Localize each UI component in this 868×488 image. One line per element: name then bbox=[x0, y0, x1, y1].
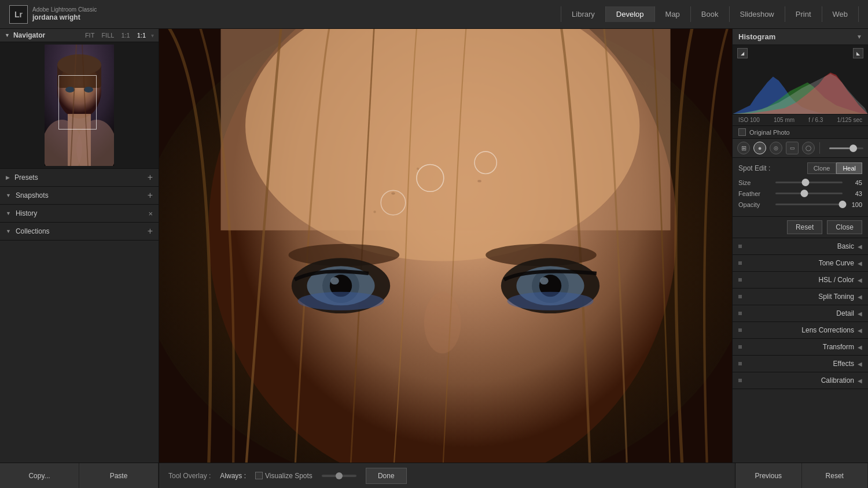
heal-button[interactable]: Heal bbox=[836, 162, 862, 174]
done-button[interactable]: Done bbox=[366, 468, 407, 484]
calibration-section[interactable]: Calibration ◀ bbox=[733, 372, 868, 389]
opacity-thumb[interactable] bbox=[839, 201, 847, 208]
zoom-1-1-active[interactable]: 1:1 bbox=[137, 32, 146, 39]
visualize-spots-label: Visualize Spots bbox=[265, 472, 312, 480]
always-value[interactable]: Always : bbox=[220, 472, 246, 480]
zoom-fill[interactable]: FILL bbox=[101, 32, 114, 39]
redeye-tool-icon[interactable]: ◎ bbox=[770, 142, 782, 154]
reset-button[interactable]: Reset bbox=[802, 463, 869, 488]
basic-section[interactable]: Basic ◀ bbox=[733, 238, 868, 255]
size-slider[interactable] bbox=[775, 179, 843, 187]
histogram-shadow-btn[interactable]: ◢ bbox=[737, 48, 748, 58]
zoom-fit[interactable]: FIT bbox=[85, 32, 95, 39]
zoom-1-1[interactable]: 1:1 bbox=[121, 32, 130, 39]
effects-section[interactable]: Effects ◀ bbox=[733, 356, 868, 372]
spot-reset-button[interactable]: Reset bbox=[787, 220, 822, 234]
nav-library[interactable]: Library bbox=[561, 6, 606, 22]
histogram-header[interactable]: Histogram ▼ bbox=[733, 29, 868, 45]
snapshots-header[interactable]: ▼ Snapshots + bbox=[0, 187, 159, 204]
collections-add-icon[interactable]: + bbox=[148, 227, 153, 236]
svg-point-32 bbox=[417, 168, 419, 170]
radial-filter-icon[interactable]: ◯ bbox=[802, 142, 815, 154]
tone-curve-toggle[interactable] bbox=[738, 261, 742, 265]
hsl-color-section[interactable]: HSL / Color ◀ bbox=[733, 272, 868, 289]
transform-toggle[interactable] bbox=[738, 345, 742, 349]
presets-header[interactable]: ▶ Presets + bbox=[0, 169, 159, 186]
nav-book[interactable]: Book bbox=[691, 6, 730, 22]
tone-curve-section[interactable]: Tone Curve ◀ bbox=[733, 255, 868, 272]
size-value: 45 bbox=[846, 179, 862, 186]
detail-toggle[interactable] bbox=[738, 312, 742, 315]
previous-button[interactable]: Previous bbox=[735, 463, 802, 488]
spot-slider-control[interactable] bbox=[322, 475, 356, 477]
basic-toggle[interactable] bbox=[738, 245, 742, 248]
split-toning-toggle[interactable] bbox=[738, 295, 742, 298]
lens-corrections-toggle[interactable] bbox=[738, 328, 742, 332]
shadow-corner-icon[interactable]: ◢ bbox=[737, 48, 748, 58]
presets-title: Presets bbox=[14, 173, 148, 182]
calibration-toggle[interactable] bbox=[738, 379, 742, 382]
logo-box: Lr bbox=[9, 5, 28, 24]
nav-slideshow[interactable]: Slideshow bbox=[730, 6, 785, 22]
split-toning-section[interactable]: Split Toning ◀ bbox=[733, 289, 868, 305]
effects-toggle[interactable] bbox=[738, 362, 742, 365]
size-row: Size 45 bbox=[738, 179, 862, 187]
svg-point-23 bbox=[298, 292, 384, 310]
history-header[interactable]: ▼ History × bbox=[0, 205, 159, 222]
hsl-label: HSL / Color bbox=[746, 276, 854, 284]
feather-thumb[interactable] bbox=[800, 190, 808, 197]
nav-develop[interactable]: Develop bbox=[606, 6, 655, 22]
feather-track bbox=[775, 193, 843, 194]
spot-close-button[interactable]: Close bbox=[827, 220, 862, 234]
svg-point-28 bbox=[540, 277, 549, 284]
nav-web[interactable]: Web bbox=[822, 6, 859, 22]
visualize-spots-control[interactable]: Visualize Spots bbox=[255, 472, 312, 480]
detail-section[interactable]: Detail ◀ bbox=[733, 305, 868, 322]
presets-add-icon[interactable]: + bbox=[148, 173, 153, 182]
spot-slider-thumb[interactable] bbox=[336, 472, 343, 479]
feather-slider[interactable] bbox=[775, 190, 843, 198]
spot-removal-tool-icon[interactable]: ● bbox=[753, 142, 766, 154]
crop-tool-icon[interactable]: ⊞ bbox=[737, 142, 750, 154]
hsl-toggle[interactable] bbox=[738, 278, 742, 282]
collections-title: Collections bbox=[16, 227, 148, 235]
tool-zoom-slider[interactable] bbox=[825, 147, 863, 149]
original-photo-label: Original Photo bbox=[749, 129, 790, 136]
size-thumb[interactable] bbox=[802, 179, 810, 186]
tone-curve-label: Tone Curve bbox=[746, 259, 854, 267]
transform-section[interactable]: Transform ◀ bbox=[733, 339, 868, 356]
photo-area[interactable] bbox=[159, 29, 732, 463]
app-logo: Lr Adobe Lightroom Classic jordana wrigh… bbox=[9, 5, 97, 24]
svg-point-8 bbox=[84, 87, 93, 93]
zoom-slider-track[interactable] bbox=[829, 147, 863, 149]
lens-corrections-section[interactable]: Lens Corrections ◀ bbox=[733, 322, 868, 339]
graduated-filter-icon[interactable]: ▭ bbox=[786, 142, 799, 154]
hist-aperture: f / 6.3 bbox=[808, 117, 823, 123]
paste-button[interactable]: Paste bbox=[79, 463, 159, 488]
histogram-collapse-icon[interactable]: ▼ bbox=[856, 34, 862, 40]
svg-point-34 bbox=[373, 210, 376, 213]
feather-value: 43 bbox=[846, 190, 862, 197]
tone-curve-collapse-icon: ◀ bbox=[858, 260, 862, 267]
highlight-corner-icon[interactable]: ◣ bbox=[853, 48, 863, 58]
navigator-preview bbox=[0, 42, 159, 169]
tool-icons-row: ⊞ ● ◎ ▭ ◯ bbox=[733, 139, 868, 158]
nav-thumbnail[interactable] bbox=[45, 45, 114, 166]
histogram-highlight-btn[interactable]: ◣ bbox=[853, 48, 863, 58]
collections-header[interactable]: ▼ Collections + bbox=[0, 223, 159, 240]
tool-overlay-label: Tool Overlay : bbox=[168, 472, 211, 480]
clone-button[interactable]: Clone bbox=[807, 162, 837, 174]
nav-map[interactable]: Map bbox=[655, 6, 691, 22]
zoom-dropdown-icon[interactable]: ▾ bbox=[151, 32, 154, 39]
original-photo-checkbox[interactable] bbox=[738, 128, 746, 136]
opacity-slider[interactable] bbox=[775, 201, 843, 209]
spot-slider-track[interactable] bbox=[322, 475, 356, 477]
copy-button[interactable]: Copy... bbox=[0, 463, 79, 488]
snapshots-add-icon[interactable]: + bbox=[148, 191, 153, 200]
zoom-slider-thumb[interactable] bbox=[849, 145, 857, 152]
visualize-spots-checkbox[interactable] bbox=[255, 472, 263, 479]
nav-print[interactable]: Print bbox=[785, 6, 822, 22]
left-panel-empty bbox=[0, 241, 159, 463]
history-close-icon[interactable]: × bbox=[148, 210, 153, 217]
navigator-header[interactable]: ▼ Navigator FIT FILL 1:1 1:1 ▾ bbox=[0, 29, 159, 42]
